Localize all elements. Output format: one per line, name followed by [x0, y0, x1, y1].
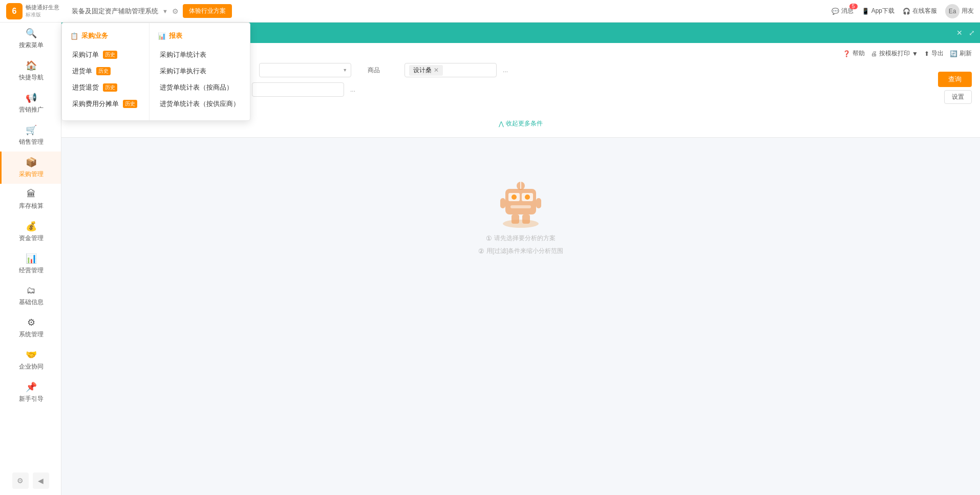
sidebar-label-purchase: 采购管理 [19, 170, 44, 179]
goods-tag-close[interactable]: ✕ [434, 67, 439, 74]
help-icon: ❓ [843, 50, 850, 57]
logo-sub: 标准版 [26, 11, 59, 18]
online-service-btn[interactable]: 🎧 在线客服 [903, 7, 937, 15]
inbound-return-label: 进货退货 [72, 83, 99, 92]
system-icon: ⚙ [27, 317, 35, 328]
avatar-text: Ea [949, 8, 956, 15]
purchase-order-stat-label: 采购订单统计表 [160, 50, 206, 59]
report-section-icon: 📊 [158, 32, 166, 40]
order-status-select-wrap [259, 63, 351, 77]
logo-text: 畅捷通好生意 [26, 4, 59, 11]
warehouse-icon: 🏛 [27, 189, 36, 200]
close-window-btn[interactable]: ✕ [955, 28, 964, 38]
query-btn[interactable]: 查询 [938, 72, 972, 87]
cart-icon: 🛒 [26, 124, 37, 136]
sidebar: 🔍 搜索菜单 🏠 快捷导航 📢 营销推广 🛒 销售管理 📦 采购管理 🏛 库存核… [0, 23, 61, 495]
header-right: 💬 消息 5 📱 App下载 🎧 在线客服 Ea 用友 [832, 4, 974, 18]
folder-icon: 🗂 [27, 285, 36, 296]
salesman-input[interactable] [252, 82, 344, 97]
settings-btn[interactable]: 设置 [944, 90, 972, 104]
empty-state: ① 请先选择要分析的方案 ② 用[过滤]条件来缩小分析范围 [61, 138, 980, 296]
megaphone-icon: 📢 [26, 92, 37, 103]
salesman-more-dots[interactable]: ... [350, 86, 355, 93]
svg-rect-7 [500, 198, 505, 208]
svg-rect-10 [522, 214, 530, 224]
sidebar-item-sales[interactable]: 🛒 销售管理 [0, 119, 61, 152]
help-btn[interactable]: ❓ 帮助 [843, 49, 865, 58]
window-controls: ✕ ⤢ [955, 28, 976, 38]
inbound-stat-goods-label: 进货单统计表（按商品） [160, 83, 233, 92]
dropdown-item-purchase-order-stat[interactable]: 采购订单统计表 [158, 47, 242, 63]
sidebar-item-enterprise[interactable]: 🤝 企业协同 [0, 344, 61, 376]
dropdown-item-purchase-order[interactable]: 采购订单 历史 [70, 47, 141, 63]
dropdown-arrow-icon[interactable]: ▼ [162, 8, 168, 14]
home-icon: 🏠 [26, 60, 37, 71]
sidebar-label-enterprise: 企业协同 [19, 362, 44, 371]
online-service-label: 在线客服 [912, 7, 937, 15]
export-btn[interactable]: ⬆ 导出 [924, 49, 944, 58]
top-header: 6 畅捷通好生意 标准版 装备及固定资产辅助管理系统 ▼ ⚙ 体验行业方案 💬 … [0, 0, 980, 23]
empty-hint-2-text: 用[过滤]条件来缩小分析范围 [486, 247, 564, 255]
sidebar-item-basic-info[interactable]: 🗂 基础信息 [0, 280, 61, 312]
order-status-select[interactable] [259, 63, 351, 77]
industry-btn[interactable]: 体验行业方案 [183, 4, 232, 18]
empty-hint-1: ① 请先选择要分析的方案 [486, 234, 556, 243]
svg-rect-8 [536, 198, 541, 208]
empty-hint-2: ② 用[过滤]条件来缩小分析范围 [478, 247, 564, 255]
purchase-dropdown-menu: 📋 采购业务 采购订单 历史 进货单 历史 进货退货 历史 采购费用分摊单 历史… [61, 23, 250, 121]
svg-rect-6 [510, 205, 531, 208]
svg-rect-9 [512, 214, 519, 224]
sidebar-item-purchase[interactable]: 📦 采购管理 [0, 152, 61, 184]
collapse-arrow-icon: ⋀ [499, 120, 504, 127]
dropdown-item-inbound-stat-goods[interactable]: 进货单统计表（按商品） [158, 79, 242, 96]
dropdown-item-inbound-stat-supplier[interactable]: 进货单统计表（按供应商） [158, 96, 242, 112]
sidebar-label-inventory: 库存核算 [19, 202, 44, 210]
purchase-section-title: 📋 采购业务 [70, 31, 141, 40]
sidebar-item-guide[interactable]: 📌 新手引导 [0, 376, 61, 408]
search-icon: 🔍 [26, 28, 37, 39]
system-title: 装备及固定资产辅助管理系统 [72, 7, 158, 16]
refresh-btn[interactable]: 🔄 刷新 [950, 49, 972, 58]
sidebar-item-quick-nav[interactable]: 🏠 快捷导航 [0, 55, 61, 87]
messages-btn[interactable]: 💬 消息 5 [832, 7, 854, 15]
user-menu[interactable]: Ea 用友 [945, 4, 974, 18]
print-template-label: 按模板打印 [879, 49, 910, 58]
purchase-order-exec-label: 采购订单执行表 [160, 67, 206, 76]
dropdown-item-inbound[interactable]: 进货单 历史 [70, 63, 141, 79]
print-template-btn[interactable]: 🖨 按模板打印 ▼ [871, 49, 918, 58]
sidebar-label-system: 系统管理 [19, 330, 44, 339]
logo-icon: 6 [6, 3, 23, 19]
sidebar-label-sales: 销售管理 [19, 138, 44, 146]
svg-point-4 [512, 195, 517, 200]
logo-area: 6 畅捷通好生意 标准版 [6, 3, 68, 19]
sidebar-item-search[interactable]: 🔍 搜索菜单 [0, 23, 61, 55]
svg-rect-1 [505, 189, 536, 214]
collapse-label: 收起更多条件 [506, 119, 543, 128]
goods-more-dots[interactable]: ... [503, 67, 508, 74]
report-section-title: 📊 报表 [158, 31, 242, 40]
inbound-stat-supplier-label: 进货单统计表（按供应商） [160, 99, 240, 109]
sidebar-item-operations[interactable]: 📊 经营管理 [0, 248, 61, 280]
app-download-btn[interactable]: 📱 App下载 [862, 7, 894, 15]
dropdown-item-inbound-return[interactable]: 进货退货 历史 [70, 79, 141, 96]
dropdown-item-purchase-expense[interactable]: 采购费用分摊单 历史 [70, 96, 141, 112]
maximize-window-btn[interactable]: ⤢ [968, 28, 976, 38]
sidebar-item-system[interactable]: ⚙ 系统管理 [0, 312, 61, 344]
sidebar-item-marketing[interactable]: 📢 营销推广 [0, 87, 61, 119]
sidebar-item-finance[interactable]: 💰 资金管理 [0, 216, 61, 248]
sidebar-settings-btn[interactable]: ⚙ [12, 472, 29, 489]
export-icon: ⬆ [924, 50, 929, 57]
settings-icon[interactable]: ⚙ [172, 7, 179, 15]
dropdown-item-purchase-order-exec[interactable]: 采购订单执行表 [158, 63, 242, 79]
message-icon: 💬 [832, 8, 839, 15]
mobile-icon: 📱 [862, 8, 869, 15]
box-icon: 📦 [26, 157, 37, 168]
sidebar-item-inventory[interactable]: 🏛 库存核算 [0, 184, 61, 216]
chart-icon: 📊 [26, 253, 37, 264]
sidebar-label-marketing: 营销推广 [19, 105, 44, 114]
print-dropdown-icon: ▼ [912, 50, 918, 57]
goods-input-area[interactable]: 设计桑 ✕ [404, 63, 497, 77]
sidebar-collapse-btn[interactable]: ◀ [33, 472, 49, 489]
inbound-label: 进货单 [72, 67, 92, 76]
help-label: 帮助 [853, 49, 865, 58]
